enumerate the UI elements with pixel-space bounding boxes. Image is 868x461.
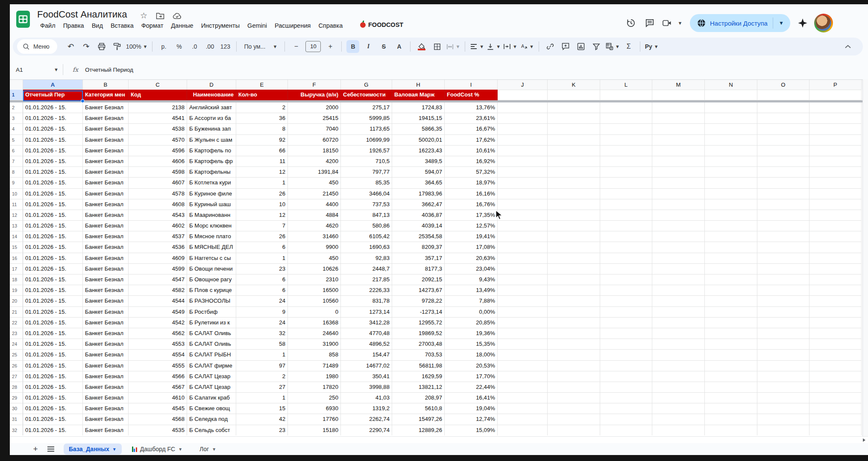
cell[interactable] — [652, 221, 705, 231]
star-favorite-icon[interactable]: ☆ — [140, 11, 147, 20]
cell[interactable] — [600, 178, 652, 188]
cell[interactable] — [705, 146, 757, 156]
cell[interactable]: 797,77 — [341, 167, 392, 178]
cell[interactable]: Банкет Безнал — [83, 403, 129, 414]
grid-corner[interactable] — [10, 80, 23, 90]
cell[interactable] — [757, 382, 809, 393]
cell[interactable]: 831,78 — [341, 296, 392, 306]
cell[interactable]: Б Овощное рагу — [187, 274, 236, 285]
cell[interactable]: 580,86 — [341, 221, 392, 231]
cell[interactable] — [548, 242, 600, 253]
cell[interactable] — [498, 307, 548, 318]
cell[interactable]: 17,62% — [445, 135, 498, 146]
cell[interactable] — [652, 318, 705, 328]
addon-menu[interactable]: FOODCOST — [355, 21, 403, 28]
header-cell[interactable]: Себестоимости — [341, 90, 392, 100]
cell[interactable]: 4596 — [129, 146, 187, 156]
cell[interactable]: 50020,01 — [392, 135, 445, 146]
row-header-8[interactable]: 8 — [10, 167, 23, 178]
cell[interactable]: 4541 — [129, 113, 187, 124]
cell[interactable] — [600, 296, 652, 306]
header-cell[interactable] — [809, 90, 862, 100]
cell[interactable]: 4598 — [129, 167, 187, 178]
increase-font-size-button[interactable]: + — [324, 40, 337, 53]
strikethrough-button[interactable]: S — [377, 40, 390, 53]
cell[interactable] — [652, 274, 705, 285]
cell[interactable]: 10,61% — [445, 146, 498, 156]
row-header-29[interactable]: 29 — [10, 393, 23, 403]
cell[interactable] — [498, 146, 548, 156]
cell[interactable] — [757, 264, 809, 274]
cell[interactable]: Банкет Безнал — [83, 221, 129, 231]
header-cell[interactable]: Код — [129, 90, 187, 100]
cell[interactable] — [757, 414, 809, 425]
cell[interactable]: Б Плов с курице — [187, 285, 236, 296]
cell[interactable]: 0,00% — [445, 307, 498, 318]
table-tools-button[interactable]: ▼ — [605, 40, 620, 53]
cell[interactable] — [809, 307, 862, 318]
cell[interactable]: 4562 — [129, 328, 187, 339]
cell[interactable]: 4620 — [288, 221, 341, 231]
cell[interactable]: 4400 — [288, 199, 341, 210]
cell[interactable]: -1273,14 — [392, 307, 445, 318]
cell[interactable]: 7040 — [288, 124, 341, 134]
cell[interactable]: 12 — [236, 167, 288, 178]
format-percent-button[interactable]: % — [173, 40, 185, 53]
cell[interactable] — [600, 210, 652, 221]
cell[interactable]: 18150 — [288, 146, 341, 156]
cell[interactable]: 27 — [236, 382, 288, 393]
row-header-6[interactable]: 6 — [10, 146, 23, 156]
cell[interactable]: 6 — [236, 242, 288, 253]
cell[interactable]: 01.01.2026 - 15. — [23, 382, 83, 393]
cell[interactable] — [809, 339, 862, 350]
comments-icon[interactable] — [640, 14, 659, 32]
cell[interactable] — [498, 221, 548, 231]
cell[interactable] — [548, 264, 600, 274]
cell[interactable] — [809, 425, 862, 435]
cell[interactable]: 01.01.2026 - 15. — [23, 328, 83, 339]
cell[interactable]: 01.01.2026 - 15. — [23, 199, 83, 210]
cell[interactable] — [498, 231, 548, 242]
cell[interactable]: Банкет Безнал — [83, 382, 129, 393]
cell[interactable] — [809, 189, 862, 199]
cell[interactable] — [652, 393, 705, 403]
cell[interactable] — [498, 242, 548, 253]
cell[interactable] — [498, 135, 548, 146]
cell[interactable] — [809, 371, 862, 382]
cell[interactable]: 350,41 — [341, 371, 392, 382]
cell[interactable] — [705, 425, 757, 435]
cell[interactable]: Банкет Безнал — [83, 102, 129, 113]
row-header-15[interactable]: 15 — [10, 242, 23, 253]
column-header-I[interactable]: I — [445, 80, 498, 90]
cell[interactable]: 4896,52 — [341, 339, 392, 350]
cell[interactable]: 4567 — [129, 382, 187, 393]
cell[interactable] — [757, 274, 809, 285]
cell[interactable] — [498, 124, 548, 134]
vertical-scrollbar[interactable] — [862, 79, 868, 436]
cell[interactable] — [498, 403, 548, 414]
cell[interactable]: 01.01.2026 - 15. — [23, 414, 83, 425]
toolbar-search[interactable]: Меню — [17, 39, 57, 54]
add-sheet-button[interactable]: + — [28, 443, 43, 455]
cell[interactable]: 13,76% — [445, 102, 498, 113]
cell[interactable]: 4599 — [129, 264, 187, 274]
cell[interactable]: 17,08% — [445, 242, 498, 253]
cell[interactable]: 19,36% — [445, 328, 498, 339]
cell[interactable] — [705, 253, 757, 264]
cell[interactable]: 16500 — [288, 285, 341, 296]
cell[interactable] — [548, 199, 600, 210]
cell[interactable]: 18,97% — [445, 178, 498, 188]
cell[interactable] — [498, 361, 548, 371]
cell[interactable]: 15497,26 — [392, 414, 445, 425]
cell[interactable]: 4036,87 — [392, 210, 445, 221]
menu-item[interactable]: Вид — [88, 21, 107, 30]
cell[interactable] — [600, 350, 652, 360]
cell[interactable] — [652, 102, 705, 113]
cell[interactable]: 8 — [236, 124, 288, 134]
cell[interactable] — [600, 231, 652, 242]
cell[interactable]: 4608 — [129, 199, 187, 210]
cell[interactable] — [705, 296, 757, 306]
cell[interactable]: 217,85 — [341, 274, 392, 285]
cell[interactable]: 737,53 — [341, 199, 392, 210]
cell[interactable] — [600, 253, 652, 264]
